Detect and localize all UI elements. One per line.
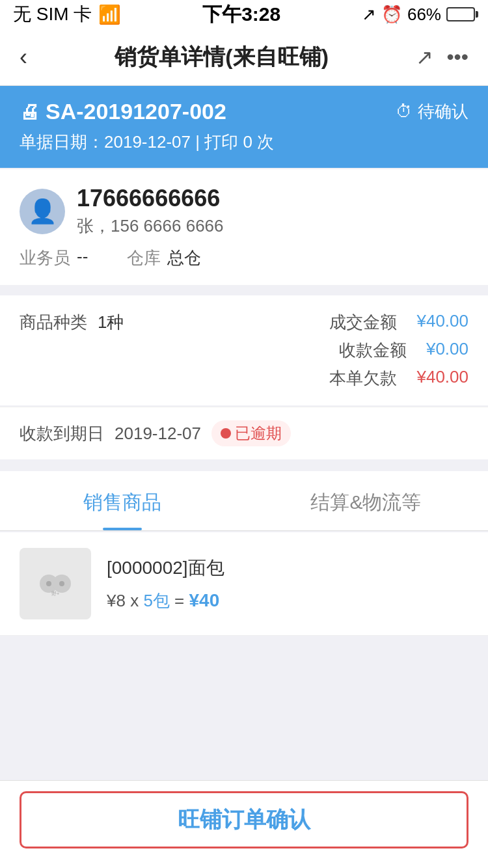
- received-label: 收款金额: [339, 339, 407, 362]
- empty-area: [0, 636, 488, 805]
- svg-text:野+: 野+: [51, 591, 60, 597]
- due-section: 收款到期日 2019-12-07 已逾期: [0, 407, 488, 459]
- contact-name: 张，156 6666 6666: [77, 215, 224, 237]
- warehouse-label: 仓库: [127, 247, 161, 269]
- overdue-dot-icon: [221, 428, 231, 439]
- transaction-value: ¥40.00: [416, 311, 468, 334]
- status-bar-time: 下午3:28: [202, 1, 280, 28]
- overdue-badge: 已逾期: [211, 420, 291, 446]
- product-thumbnail: 野+: [20, 548, 91, 619]
- overdue-text: 已逾期: [235, 423, 282, 444]
- warehouse-value: 总仓: [167, 247, 201, 269]
- back-button[interactable]: ‹: [20, 44, 27, 71]
- location-icon: ↗: [362, 5, 376, 25]
- product-price: ¥8 x 5包 = ¥40: [107, 590, 468, 612]
- order-number: 🖨 SA-20191207-002: [20, 99, 226, 124]
- received-value: ¥0.00: [426, 339, 468, 362]
- owed-value: ¥40.00: [416, 367, 468, 390]
- date-label: 单据日期：: [20, 132, 104, 152]
- avatar: 👤: [20, 189, 65, 234]
- svg-point-3: [59, 581, 64, 586]
- product-type-label: 商品种类: [20, 311, 87, 334]
- warehouse: 仓库 总仓: [127, 247, 201, 269]
- owed-row: 本单欠款 ¥40.00: [329, 367, 468, 390]
- quantity-text: 5包: [143, 591, 169, 610]
- tab-settlement-label: 结算&物流等: [310, 491, 421, 513]
- order-print-icon: 🖨: [20, 101, 39, 123]
- amount-right: 成交金额 ¥40.00 收款金额 ¥0.00 本单欠款 ¥40.00: [329, 311, 468, 390]
- tabs-section: 销售商品 结算&物流等: [0, 471, 488, 531]
- nav-actions: ↗ •••: [416, 45, 468, 70]
- contact-info: 17666666666 张，156 6666 6666: [77, 185, 224, 237]
- order-number-text: SA-20191207-002: [46, 99, 226, 124]
- date-separator: |: [195, 132, 200, 152]
- tab-sales-label: 销售商品: [83, 491, 161, 513]
- order-status: ⏱ 待确认: [396, 100, 468, 123]
- tab-settlement[interactable]: 结算&物流等: [244, 471, 488, 530]
- sales-rep-label: 业务员: [20, 247, 70, 269]
- share-button[interactable]: ↗: [416, 45, 433, 70]
- wifi-icon: 📶: [98, 4, 121, 25]
- tab-sales-products[interactable]: 销售商品: [0, 471, 244, 530]
- battery-icon: [446, 7, 475, 21]
- order-date: 单据日期：2019-12-07 | 打印 0 次: [20, 131, 468, 154]
- battery-text: 66%: [407, 5, 441, 25]
- equals-text: =: [170, 591, 189, 610]
- contact-meta: 业务员 -- 仓库 总仓: [20, 247, 468, 269]
- status-bar-right: ↗ ⏰ 66%: [362, 5, 475, 25]
- contact-phone: 17666666666: [77, 185, 224, 212]
- due-date-value: 2019-12-07: [115, 424, 201, 444]
- order-header: 🖨 SA-20191207-002 ⏱ 待确认 单据日期：2019-12-07 …: [0, 86, 488, 168]
- status-text: 待确认: [418, 100, 468, 123]
- carrier-text: 无 SIM 卡: [13, 2, 92, 27]
- print-text: 打印 0 次: [204, 132, 274, 152]
- contact-top: 👤 17666666666 张，156 6666 6666: [20, 185, 468, 237]
- price-text: ¥8 x: [107, 591, 143, 610]
- more-button[interactable]: •••: [446, 45, 468, 69]
- product-type: 商品种类 1种: [20, 311, 124, 334]
- sales-rep: 业务员 --: [20, 247, 88, 269]
- received-row: 收款金额 ¥0.00: [339, 339, 468, 362]
- bottom-bar: 旺铺订单确认: [0, 780, 488, 868]
- page-title: 销货单详情(来自旺铺): [115, 42, 329, 72]
- nav-bar: ‹ 销货单详情(来自旺铺) ↗ •••: [0, 29, 488, 86]
- due-date-label: 收款到期日: [20, 422, 104, 445]
- product-type-value: 1种: [98, 311, 124, 334]
- confirm-order-button[interactable]: 旺铺订单确认: [20, 791, 468, 848]
- status-clock-icon: ⏱: [396, 102, 413, 122]
- total-text: ¥40: [189, 590, 219, 610]
- alarm-icon: ⏰: [381, 5, 402, 25]
- svg-point-2: [46, 581, 51, 586]
- product-info: [0000002]面包 ¥8 x 5包 = ¥40: [107, 556, 468, 612]
- amount-section: 商品种类 1种 成交金额 ¥40.00 收款金额 ¥0.00 本单欠款 ¥40.…: [0, 295, 488, 405]
- date-value: 2019-12-07: [104, 132, 191, 152]
- product-list: 野+ [0000002]面包 ¥8 x 5包 = ¥40: [0, 532, 488, 636]
- contact-card: 👤 17666666666 张，156 6666 6666 业务员 -- 仓库 …: [0, 169, 488, 285]
- product-name: [0000002]面包: [107, 556, 468, 580]
- transaction-row: 成交金额 ¥40.00: [329, 311, 468, 334]
- owed-label: 本单欠款: [329, 367, 397, 390]
- status-bar: 无 SIM 卡 📶 下午3:28 ↗ ⏰ 66%: [0, 0, 488, 29]
- transaction-label: 成交金额: [329, 311, 397, 334]
- order-header-top: 🖨 SA-20191207-002 ⏱ 待确认: [20, 99, 468, 124]
- sales-rep-value: --: [77, 247, 88, 269]
- status-bar-left: 无 SIM 卡 📶: [13, 2, 121, 27]
- product-item: 野+ [0000002]面包 ¥8 x 5包 = ¥40: [0, 532, 488, 636]
